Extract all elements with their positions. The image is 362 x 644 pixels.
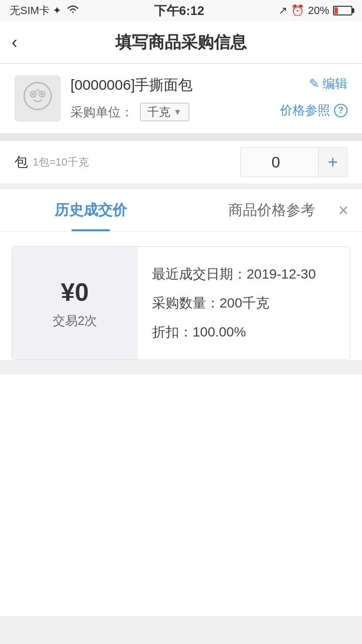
unit-label: 采购单位： (70, 104, 133, 121)
quantity-input[interactable] (241, 148, 318, 177)
edit-icon: ✎ (309, 76, 320, 91)
battery-icon (333, 6, 352, 15)
carrier-text: 无SIM卡 ✦ (10, 3, 61, 18)
caret-icon: ▼ (173, 107, 182, 117)
edit-button[interactable]: ✎ 编辑 (309, 75, 348, 92)
history-price-panel: ¥0 交易2次 (12, 247, 138, 360)
svg-point-0 (24, 83, 51, 110)
separator (0, 133, 362, 141)
close-button[interactable]: × (338, 200, 348, 221)
nav-bar: ‹ 填写商品采购信息 (0, 21, 362, 64)
page-title: 填写商品采购信息 (115, 31, 247, 54)
edit-label: 编辑 (322, 75, 348, 92)
alarm-icon: ⏰ (291, 4, 304, 17)
tabs-header: 历史成交价 商品价格参考 × (0, 189, 362, 232)
purchase-qty-label: 采购数量： (152, 295, 220, 310)
tabs-section: 历史成交价 商品价格参考 × ¥0 交易2次 最近成交日期：2019-12-30… (0, 189, 362, 360)
discount-value: 100.00% (193, 324, 246, 339)
history-price: ¥0 (61, 278, 89, 307)
price-ref-button[interactable]: 价格参照 ? (280, 102, 348, 119)
tab-history-label: 历史成交价 (55, 200, 127, 220)
quantity-conversion: 1包=10千克 (33, 155, 89, 169)
unit-badge[interactable]: 千克 ▼ (140, 103, 189, 121)
location-icon: ↗ (278, 4, 287, 17)
tab-underline (71, 229, 110, 231)
quantity-control: + (240, 147, 348, 177)
history-detail-panel: 最近成交日期：2019-12-30 采购数量：200千克 折扣：100.00% (138, 247, 350, 360)
status-right: ↗ ⏰ 20% (278, 4, 352, 17)
discount-label: 折扣： (152, 324, 193, 339)
trade-count: 交易2次 (53, 312, 97, 329)
tab-history-price[interactable]: 历史成交价 (0, 189, 181, 231)
recent-date-value: 2019-12-30 (247, 266, 316, 281)
help-icon[interactable]: ? (334, 104, 348, 117)
product-logo (23, 82, 52, 115)
svg-point-4 (41, 93, 43, 96)
tab-price-reference[interactable]: 商品价格参考 (181, 189, 362, 231)
purchase-qty-line: 采购数量：200千克 (152, 293, 335, 313)
recent-date-line: 最近成交日期：2019-12-30 (152, 264, 335, 284)
battery-text: 20% (308, 4, 329, 17)
product-image (14, 75, 61, 122)
status-left: 无SIM卡 ✦ (10, 3, 80, 18)
quantity-row: 包 1包=10千克 + (0, 141, 362, 183)
price-ref-label: 价格参照 (280, 102, 330, 119)
wifi-icon (66, 4, 80, 17)
purchase-qty-value: 200千克 (220, 295, 269, 310)
tab-price-ref-label: 商品价格参考 (228, 200, 315, 220)
product-unit-row: 采购单位： 千克 ▼ (70, 103, 193, 121)
svg-point-3 (32, 93, 35, 96)
status-time: 下午6:12 (154, 2, 204, 19)
page-rest (0, 375, 362, 616)
quantity-plus-button[interactable]: + (318, 148, 347, 177)
history-card: ¥0 交易2次 最近成交日期：2019-12-30 采购数量：200千克 折扣：… (12, 246, 350, 360)
discount-line: 折扣：100.00% (152, 322, 335, 342)
back-button[interactable]: ‹ (12, 34, 17, 51)
unit-value: 千克 (147, 104, 170, 120)
status-bar: 无SIM卡 ✦ 下午6:12 ↗ ⏰ 20% (0, 0, 362, 21)
product-card: [0000006]手撕面包 采购单位： 千克 ▼ ✎ 编辑 价格参照 ? (0, 64, 362, 133)
quantity-unit-label: 包 (14, 153, 28, 171)
recent-date-label: 最近成交日期： (152, 266, 247, 281)
product-name: [0000006]手撕面包 (70, 75, 193, 95)
